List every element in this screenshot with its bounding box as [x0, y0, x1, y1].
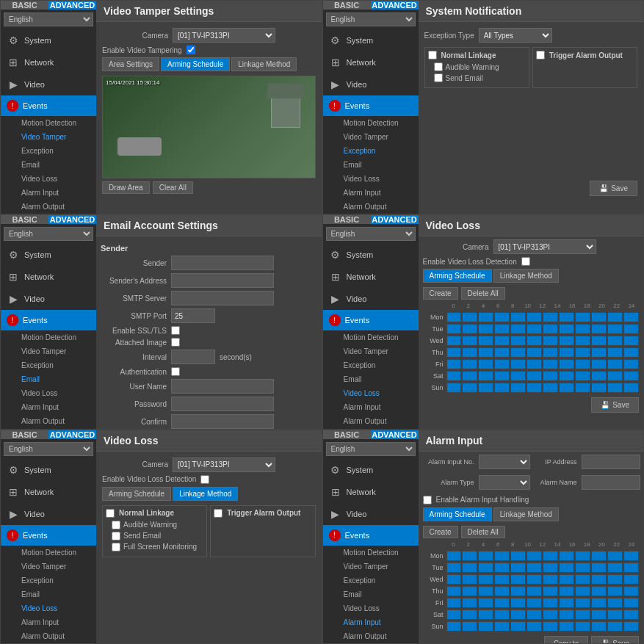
time-block[interactable] — [478, 551, 493, 561]
sub-tab-linkage[interactable]: Linkage Method — [231, 57, 297, 71]
time-block[interactable] — [559, 312, 574, 322]
time-block[interactable] — [494, 324, 510, 334]
time-block[interactable] — [607, 598, 623, 608]
time-block[interactable] — [462, 621, 477, 632]
normal-linkage-checkbox[interactable] — [428, 51, 437, 59]
sub-video-tamper[interactable]: Video Tamper — [1, 344, 96, 358]
time-block[interactable] — [527, 551, 542, 561]
time-block[interactable] — [462, 371, 477, 381]
sidebar-item-video[interactable]: ▶ Video — [1, 503, 96, 525]
sidebar-item-network[interactable]: ⊞ Network — [323, 266, 419, 288]
sidebar-item-video[interactable]: ▶ Video — [1, 288, 96, 310]
time-blocks[interactable] — [446, 336, 640, 346]
sub-alarm-input[interactable]: Alarm Input — [323, 615, 419, 629]
time-block[interactable] — [543, 574, 558, 585]
time-block[interactable] — [446, 359, 462, 369]
sub-alarm-input[interactable]: Alarm Input — [1, 615, 96, 629]
time-block[interactable] — [575, 312, 590, 322]
tab-advanced[interactable]: ADVANCED — [371, 215, 419, 224]
sub-alarm-output[interactable]: Alarm Output — [1, 629, 96, 643]
sub-alarm-input[interactable]: Alarm Input — [1, 186, 96, 200]
tab-basic[interactable]: BASIC — [323, 1, 371, 10]
time-block[interactable] — [543, 336, 558, 346]
time-block[interactable] — [607, 621, 623, 632]
time-block[interactable] — [527, 371, 542, 381]
time-block[interactable] — [623, 371, 639, 381]
time-block[interactable] — [446, 336, 462, 346]
time-block[interactable] — [575, 598, 590, 608]
time-block[interactable] — [446, 324, 462, 334]
time-block[interactable] — [575, 574, 590, 585]
time-block[interactable] — [591, 383, 607, 393]
time-block[interactable] — [575, 551, 590, 561]
sidebar-item-events[interactable]: ! Events — [1, 95, 96, 116]
alarm-type-select[interactable] — [479, 475, 530, 490]
sub-video-loss[interactable]: Video Loss — [1, 386, 96, 400]
sidebar-item-network[interactable]: ⊞ Network — [323, 51, 419, 73]
sender-addr-input[interactable] — [171, 273, 274, 288]
time-block[interactable] — [446, 598, 462, 608]
time-block[interactable] — [446, 621, 462, 632]
sub-video-tamper[interactable]: Video Tamper — [323, 344, 419, 358]
time-block[interactable] — [607, 551, 623, 561]
time-block[interactable] — [494, 586, 510, 596]
time-block[interactable] — [623, 324, 639, 334]
sidebar-item-events[interactable]: ! Events — [323, 310, 419, 330]
time-block[interactable] — [510, 598, 526, 608]
time-block[interactable] — [478, 324, 493, 334]
language-select[interactable]: English — [4, 442, 93, 456]
time-block[interactable] — [478, 359, 493, 369]
sidebar-item-system[interactable]: ⚙ System — [323, 459, 419, 481]
time-block[interactable] — [510, 621, 526, 632]
camera-select[interactable]: [01] TV-IP313PI — [173, 28, 275, 43]
sub-email[interactable]: Email — [1, 372, 96, 386]
tab-advanced[interactable]: ADVANCED — [371, 430, 419, 439]
time-block[interactable] — [494, 336, 510, 346]
time-block[interactable] — [591, 609, 607, 620]
time-block[interactable] — [478, 586, 493, 596]
language-select[interactable]: English — [4, 227, 93, 241]
time-block[interactable] — [462, 562, 477, 573]
time-block[interactable] — [623, 609, 639, 620]
save-button[interactable]: 💾 Save — [591, 636, 639, 643]
time-block[interactable] — [623, 312, 639, 322]
sidebar-item-video[interactable]: ▶ Video — [1, 73, 96, 95]
time-block[interactable] — [591, 324, 607, 334]
copy-to-button[interactable]: Copy to — [544, 636, 588, 643]
sub-tab-schedule[interactable]: Arming Schedule — [423, 269, 492, 283]
time-block[interactable] — [559, 324, 574, 334]
time-block[interactable] — [510, 347, 526, 358]
time-block[interactable] — [527, 574, 542, 585]
sub-video-loss[interactable]: Video Loss — [323, 386, 419, 400]
time-block[interactable] — [591, 562, 607, 573]
time-block[interactable] — [559, 371, 574, 381]
auth-checkbox[interactable] — [171, 367, 180, 376]
time-block[interactable] — [494, 371, 510, 381]
time-block[interactable] — [527, 598, 542, 608]
time-block[interactable] — [462, 324, 477, 334]
smtp-port-input[interactable] — [171, 308, 215, 323]
alarm-input-no-select[interactable] — [479, 455, 530, 469]
time-block[interactable] — [575, 586, 590, 596]
sub-exception[interactable]: Exception — [1, 144, 96, 158]
time-block[interactable] — [478, 574, 493, 585]
sub-tab-area[interactable]: Area Settings — [102, 57, 159, 71]
time-block[interactable] — [527, 312, 542, 322]
time-block[interactable] — [462, 383, 477, 393]
tab-basic[interactable]: BASIC — [323, 215, 371, 224]
time-block[interactable] — [510, 324, 526, 334]
time-block[interactable] — [559, 598, 574, 608]
sidebar-item-network[interactable]: ⊞ Network — [1, 266, 96, 288]
time-block[interactable] — [591, 574, 607, 585]
sub-email[interactable]: Email — [323, 372, 419, 386]
time-block[interactable] — [623, 336, 639, 346]
time-block[interactable] — [494, 562, 510, 573]
time-block[interactable] — [527, 609, 542, 620]
sender-input[interactable] — [171, 256, 274, 270]
sidebar-item-events[interactable]: ! Events — [323, 95, 419, 116]
sidebar-item-system[interactable]: ⚙ System — [1, 244, 96, 266]
time-block[interactable] — [478, 609, 493, 620]
time-block[interactable] — [510, 359, 526, 369]
sub-tab-schedule[interactable]: Arming Schedule — [102, 487, 171, 501]
sidebar-item-events[interactable]: ! Events — [1, 310, 96, 330]
